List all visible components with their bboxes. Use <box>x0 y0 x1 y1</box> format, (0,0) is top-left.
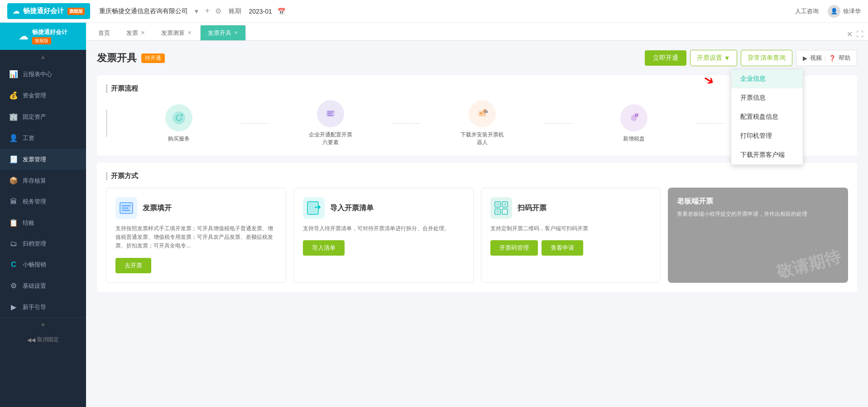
calendar-icon[interactable]: 📅 <box>278 8 285 15</box>
sidebar-label-yunbao: 云报表中心 <box>23 70 52 78</box>
tab-fapiao-close[interactable]: ✕ <box>141 30 145 36</box>
scan-invoice-title: 扫码开票 <box>518 204 547 213</box>
svg-rect-5 <box>327 111 334 112</box>
step2-label: 企业开通配置开票六要素 <box>308 131 353 146</box>
dropdown-company-info-label: 企业信息 <box>740 75 766 82</box>
svg-rect-6 <box>327 113 332 114</box>
user-info[interactable]: 👤 徐泽华 <box>828 5 861 18</box>
step1-label: 购买服务 <box>168 135 190 143</box>
settings-label: 开票设置 <box>697 54 722 62</box>
period-label: 账期 <box>229 7 241 15</box>
shuiwu-icon: 🏛 <box>9 198 18 206</box>
xinshou-icon: ▶ <box>9 303 18 311</box>
cancel-pin-label: 取消固定 <box>37 336 59 344</box>
sidebar-label-fapiao: 发票管理 <box>23 155 46 164</box>
sidebar-item-jiezhang[interactable]: 📋 结账 <box>0 212 86 233</box>
step4-icon <box>620 104 647 131</box>
zijin-icon: 💰 <box>9 91 18 100</box>
dropdown-company-info[interactable]: 企业信息 <box>731 69 803 88</box>
method-import-header: 导入开票清单 <box>303 197 464 219</box>
tab-close-all-btn[interactable]: ✕ <box>847 30 853 39</box>
settings-button[interactable]: 开票设置 ▼ <box>690 50 737 66</box>
top-bar: ☁ 畅捷通好会计 旗舰版 重庆畅捷交通信息咨询有限公司 ▼ + ⚙ 账期 202… <box>0 0 868 23</box>
method-card-scan: 扫码开票 支持定制开票二维码，客户端可扫码开票 开票码管理 查看申请 <box>481 188 661 283</box>
help-label: 帮助 <box>839 54 850 62</box>
step1-icon <box>165 104 192 131</box>
tab-fapiaocesuan[interactable]: 发票测算 ✕ <box>153 25 199 40</box>
sidebar-label-zijin: 资金管理 <box>23 92 46 100</box>
step3-label: 下载并安装开票机器人 <box>460 131 505 146</box>
page-header: 发票开具 待开通 立即开通 开票设置 ▼ 企业信息 <box>97 50 857 66</box>
sidebar: ☁ 畅捷通好会计 旗舰版 ▲ 📊 云报表中心 💰 资金管理 🏢 固定资产 👤 工… <box>0 23 86 407</box>
period-value: 2023-01 <box>249 8 272 15</box>
company-arrow-icon[interactable]: ▼ <box>193 8 200 15</box>
svg-rect-22 <box>122 208 129 208</box>
sidebar-label-kucun: 库存核算 <box>23 177 46 185</box>
tab-resize-btn[interactable]: ⛶ <box>856 30 863 39</box>
sidebar-item-zijin[interactable]: 💰 资金管理 <box>0 85 86 106</box>
tab-home-label: 首页 <box>98 29 110 37</box>
company-name: 重庆畅捷交通信息咨询有限公司 <box>99 7 188 15</box>
logo-badge: 旗舰版 <box>67 8 85 15</box>
settings-icon[interactable]: ⚙ <box>215 7 221 15</box>
flow-step-2: 企业开通配置开票六要素 <box>268 100 393 146</box>
dropdown-printer[interactable]: 打印机管理 <box>731 126 803 145</box>
dropdown-download-client[interactable]: 下载开票客户端 <box>731 145 803 165</box>
sidebar-item-gudingzichan[interactable]: 🏢 固定资产 <box>0 106 86 127</box>
dropdown-invoice-info[interactable]: 开票信息 <box>731 88 803 107</box>
video-help-button[interactable]: ▶ 视频 | ❓ 帮助 <box>796 50 857 66</box>
avatar-icon: 👤 <box>828 5 840 18</box>
view-apply-button[interactable]: 查看申请 <box>542 240 583 256</box>
step-divider-4 <box>696 123 724 124</box>
sidebar-item-yunbao[interactable]: 📊 云报表中心 <box>0 63 86 85</box>
tab-fapiao[interactable]: 发票 ✕ <box>119 25 153 40</box>
cancel-pin-btn[interactable]: ◀◀ 取消固定 <box>0 331 86 348</box>
import-list-button[interactable]: 导入清单 <box>303 240 345 256</box>
tab-fapiaokaiJu-label: 发票开具 <box>208 29 231 37</box>
help-question-icon: ❓ <box>829 55 836 62</box>
guidang-icon: 🗂 <box>9 240 18 248</box>
user-name: 徐泽华 <box>843 7 861 15</box>
method-card-boss: 老板端开票 查看老板端小程序提交的开票申请，并作出相应的处理 敬请期待 <box>668 188 848 283</box>
sidebar-item-xiaochangbaoxiao[interactable]: C 小畅报销 <box>0 254 86 275</box>
fapiao-icon: 🧾 <box>9 155 18 164</box>
divider: | <box>825 55 826 62</box>
sidebar-item-shuiwu[interactable]: 🏛 税务管理 <box>0 191 86 212</box>
sidebar-item-kucun[interactable]: 📦 库存核算 <box>0 170 86 191</box>
sidebar-item-gongzi[interactable]: 👤 工资 <box>0 127 86 149</box>
sidebar-scroll-down[interactable]: ▼ <box>0 318 86 331</box>
dropdown-tax-disk-label: 配置税盘信息 <box>740 113 778 120</box>
qr-manage-button[interactable]: 开票码管理 <box>490 240 538 256</box>
sidebar-label-jichushezhi: 基础设置 <box>23 282 46 290</box>
sidebar-label-gudingzichan: 固定资产 <box>23 113 46 121</box>
methods-section-title: 开票方式 <box>106 172 848 180</box>
dropdown-tax-disk[interactable]: 配置税盘信息 <box>731 107 803 126</box>
watermark-text: 敬请期待 <box>774 246 843 283</box>
sidebar-label-xiaochang: 小畅报销 <box>23 261 46 269</box>
video-label: 视频 <box>810 54 822 62</box>
go-invoice-button[interactable]: 去开票 <box>115 258 151 273</box>
header-actions: 立即开通 开票设置 ▼ 企业信息 开票信息 <box>645 50 857 66</box>
tab-fapiao-label: 发票 <box>126 29 138 37</box>
sidebar-scroll-up[interactable]: ▲ <box>0 50 86 63</box>
methods-section: 开票方式 发票填开 支持按照发票样式手工填开发票；可开具增值税电子普通发票、增值… <box>97 163 857 292</box>
methods-grid: 发票填开 支持按照发票样式手工填开发票；可开具增值税电子普通发票、增值税普通发票… <box>106 188 848 283</box>
step2-icon <box>317 100 344 127</box>
consult-label[interactable]: 人工咨询 <box>795 7 819 15</box>
step-divider-2 <box>393 123 420 124</box>
activate-button[interactable]: 立即开通 <box>645 50 686 66</box>
tab-fapiaocesuan-close[interactable]: ✕ <box>187 30 192 36</box>
sidebar-item-xinshouyindao[interactable]: ▶ 新手引导 <box>0 296 86 318</box>
tab-fapiaokaiJu[interactable]: 发票开具 ✕ <box>200 25 246 40</box>
sidebar-item-fapiao[interactable]: 🧾 发票管理 <box>0 149 86 170</box>
sidebar-item-guidang[interactable]: 🗂 归档管理 <box>0 233 86 254</box>
tab-fapiaokaiJu-close[interactable]: ✕ <box>234 30 238 36</box>
abnormal-button[interactable]: 异常清单查询 <box>741 50 792 66</box>
sidebar-item-jichushezhi[interactable]: ⚙ 基础设置 <box>0 275 86 296</box>
sidebar-label-gongzi: 工资 <box>23 134 34 142</box>
logo-text: 畅捷通好会计 <box>23 7 64 15</box>
import-invoice-icon <box>303 197 325 219</box>
add-company-btn[interactable]: + <box>205 6 210 16</box>
tab-home[interactable]: 首页 <box>91 25 118 40</box>
dropdown-download-client-label: 下载开票客户端 <box>740 151 785 158</box>
